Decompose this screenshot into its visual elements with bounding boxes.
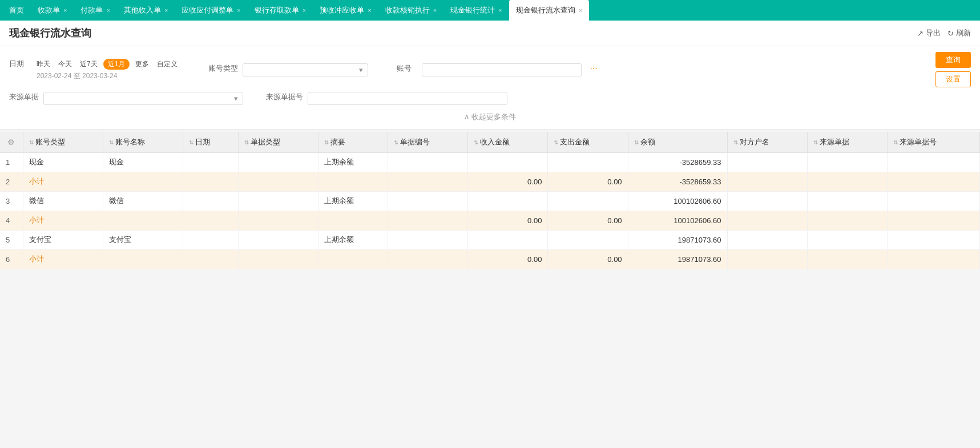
cell-account-type: 小计 — [23, 172, 103, 191]
row-number: 5 — [0, 230, 23, 249]
account-filter-block: 账号 ··· — [397, 63, 597, 76]
cell-date — [183, 191, 238, 211]
col-doc-num: ⇅单据编号 — [388, 132, 467, 152]
cell-source-doc — [807, 230, 887, 249]
cell-counterpart — [727, 191, 807, 211]
cell-doc-num — [388, 152, 467, 172]
row-number: 4 — [0, 211, 23, 230]
close-icon[interactable]: × — [303, 7, 306, 14]
close-icon[interactable]: × — [164, 7, 168, 14]
settings-button[interactable]: 设置 — [935, 71, 971, 87]
cell-income — [468, 191, 548, 211]
cell-doc-type — [238, 191, 318, 211]
cell-balance: 19871073.60 — [628, 230, 727, 249]
cell-summary — [318, 172, 388, 191]
close-icon[interactable]: × — [433, 7, 437, 14]
close-icon[interactable]: × — [237, 7, 240, 14]
cell-account-name: 现金 — [103, 152, 183, 172]
filter-row-1: 日期 昨天 今天 近7天 近1月 更多 自定义 2023-02-24 至 202… — [9, 52, 971, 87]
cell-account-type: 微信 — [23, 191, 103, 211]
cell-account-name — [103, 249, 183, 269]
col-doc-type: ⇅单据类型 — [238, 132, 318, 152]
cell-summary — [318, 249, 388, 269]
cell-balance: 100102606.60 — [628, 191, 727, 211]
nav-item-bank-deposit[interactable]: 银行存取款单 × — [248, 0, 313, 21]
nav-item-payment[interactable]: 付款单 × — [74, 0, 116, 21]
table-container: ⚙ ⇅账号类型 ⇅账号名称 ⇅日期 ⇅单据类型 ⇅摘要 ⇅单据编号 ⇅收入金额 … — [0, 132, 980, 269]
export-button[interactable]: ↗ 导出 — [917, 28, 941, 38]
cell-expense — [548, 191, 628, 211]
col-gear: ⚙ — [0, 132, 23, 152]
cell-source-doc-num — [887, 152, 979, 172]
col-source-doc: ⇅来源单据 — [807, 132, 887, 152]
source-doc-select[interactable]: ▾ — [43, 92, 243, 105]
cell-counterpart — [727, 230, 807, 249]
nav-item-collection-exec[interactable]: 收款核销执行 × — [378, 0, 443, 21]
cell-account-name: 支付宝 — [103, 230, 183, 249]
page-title: 现金银行流水查询 — [9, 26, 91, 40]
close-icon[interactable]: × — [63, 7, 67, 14]
refresh-icon: ↻ — [947, 29, 954, 38]
cell-account-type: 小计 — [23, 249, 103, 269]
collapse-bar[interactable]: ∧ 收起更多条件 — [9, 110, 971, 126]
cell-expense: 0.00 — [548, 249, 628, 269]
nav-item-home[interactable]: 首页 — [2, 0, 31, 21]
cell-doc-type — [238, 230, 318, 249]
date-opt-custom[interactable]: 自定义 — [155, 59, 180, 70]
close-icon[interactable]: × — [368, 7, 371, 14]
cell-account-name: 微信 — [103, 191, 183, 211]
table-row: 6小计0.000.0019871073.60 — [0, 249, 980, 269]
cell-doc-num — [388, 191, 467, 211]
account-type-label: 账号类型 — [208, 63, 238, 74]
col-account-type: ⇅账号类型 — [23, 132, 103, 152]
nav-item-prepay-offset[interactable]: 预收冲应收单 × — [313, 0, 378, 21]
cell-date — [183, 172, 238, 191]
table-row: 3微信微信上期余额100102606.60 — [0, 191, 980, 211]
close-icon[interactable]: × — [106, 7, 110, 14]
header-actions: ↗ 导出 ↻ 刷新 — [917, 28, 971, 38]
nav-item-receipt[interactable]: 收款单 × — [31, 0, 74, 21]
cell-counterpart — [727, 172, 807, 191]
cell-source-doc-num — [887, 249, 979, 269]
source-doc-num-label: 来源单据号 — [266, 92, 303, 102]
cell-balance: 100102606.60 — [628, 211, 727, 230]
more-dots-icon[interactable]: ··· — [590, 63, 597, 74]
gear-icon[interactable]: ⚙ — [7, 138, 15, 147]
date-range-display: 2023-02-24 至 2023-03-24 — [37, 71, 180, 81]
date-opt-today[interactable]: 今天 — [56, 59, 74, 70]
close-icon[interactable]: × — [498, 7, 502, 14]
cell-doc-num — [388, 230, 467, 249]
cell-source-doc — [807, 249, 887, 269]
table-body: 1现金现金上期余额-3528659.332小计0.000.00-3528659.… — [0, 152, 980, 269]
close-icon[interactable]: × — [579, 7, 582, 14]
row-number: 2 — [0, 172, 23, 191]
cell-source-doc — [807, 211, 887, 230]
row-number: 3 — [0, 191, 23, 211]
nav-item-cash-bank-stats[interactable]: 现金银行统计 × — [443, 0, 509, 21]
nav-item-cash-bank-flow[interactable]: 现金银行流水查询 × — [509, 0, 589, 21]
cell-summary: 上期余额 — [318, 152, 388, 172]
date-opt-7days[interactable]: 近7天 — [78, 59, 100, 70]
cell-counterpart — [727, 211, 807, 230]
nav-item-ar-ap-adjust[interactable]: 应收应付调整单 × — [175, 0, 247, 21]
cell-income — [468, 230, 548, 249]
account-input[interactable] — [422, 63, 582, 76]
date-opt-1month[interactable]: 近1月 — [103, 59, 130, 70]
cell-account-name — [103, 172, 183, 191]
query-button[interactable]: 查询 — [935, 52, 971, 68]
table-row: 2小计0.000.00-3528659.33 — [0, 172, 980, 191]
date-opt-more[interactable]: 更多 — [133, 59, 151, 70]
table-row: 5支付宝支付宝上期余额19871073.60 — [0, 230, 980, 249]
col-account-name: ⇅账号名称 — [103, 132, 183, 152]
source-doc-num-input[interactable] — [308, 92, 507, 105]
cell-summary: 上期余额 — [318, 230, 388, 249]
nav-item-other-income[interactable]: 其他收入单 × — [117, 0, 175, 21]
cell-doc-type — [238, 152, 318, 172]
col-counterpart: ⇅对方户名 — [727, 132, 807, 152]
date-opt-yesterday[interactable]: 昨天 — [34, 59, 53, 70]
chevron-down-icon: ▾ — [359, 66, 363, 74]
cell-balance: -3528659.33 — [628, 172, 727, 191]
account-type-select[interactable]: ▾ — [243, 63, 368, 76]
refresh-button[interactable]: ↻ 刷新 — [947, 28, 971, 38]
cell-expense: 0.00 — [548, 211, 628, 230]
